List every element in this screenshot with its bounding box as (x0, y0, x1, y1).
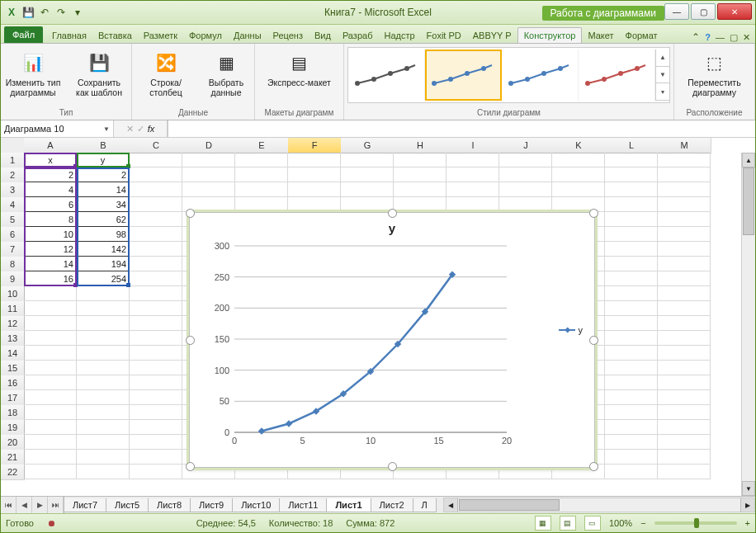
select-data-button[interactable]: ▦ Выбрать данные (201, 47, 252, 100)
tab-home[interactable]: Главная (46, 28, 92, 43)
cell[interactable] (605, 182, 658, 197)
cell[interactable] (130, 346, 182, 361)
cell[interactable] (658, 316, 711, 331)
cell[interactable] (658, 301, 711, 316)
save-icon[interactable]: 💾 (21, 5, 35, 20)
cell[interactable] (447, 197, 499, 212)
formula-input[interactable] (168, 120, 755, 137)
cell[interactable] (605, 465, 658, 479)
cell[interactable]: 8 (24, 212, 77, 227)
cell[interactable] (235, 182, 288, 197)
cell[interactable]: 142 (77, 242, 130, 257)
cell[interactable] (77, 435, 130, 450)
row-header[interactable]: 13 (1, 331, 25, 347)
cell[interactable] (658, 450, 711, 465)
cell[interactable] (130, 390, 182, 405)
cell[interactable] (288, 153, 341, 167)
cell[interactable] (605, 153, 658, 167)
enter-icon[interactable]: ✓ (137, 124, 144, 134)
view-pagebreak-icon[interactable]: ▭ (584, 516, 601, 531)
cell[interactable] (394, 182, 447, 197)
row-header[interactable]: 3 (1, 182, 25, 198)
scroll-right-icon[interactable]: ▶ (740, 498, 754, 512)
cell[interactable] (130, 286, 182, 301)
cell[interactable]: 14 (77, 182, 130, 197)
column-header[interactable]: C (130, 138, 183, 153)
row-header[interactable]: 10 (1, 286, 25, 302)
sheet-tab[interactable]: Лист5 (106, 498, 149, 512)
column-header[interactable]: K (552, 138, 606, 153)
column-header[interactable]: H (394, 138, 447, 153)
cell[interactable] (288, 167, 341, 182)
sheet-tab[interactable]: Лист1 (326, 498, 371, 512)
cell[interactable] (182, 167, 235, 182)
switch-row-column-button[interactable]: 🔀 Строка/столбец (135, 47, 197, 100)
cell[interactable] (24, 316, 77, 331)
cell[interactable] (130, 197, 182, 212)
cell[interactable] (24, 465, 77, 479)
chart-style-3[interactable] (502, 50, 579, 101)
cell[interactable] (341, 182, 394, 197)
maximize-button[interactable]: ▢ (691, 3, 716, 20)
row-header[interactable]: 15 (1, 361, 25, 376)
cell[interactable] (552, 167, 605, 182)
select-all-corner[interactable] (1, 138, 25, 153)
cell[interactable] (130, 167, 182, 182)
worksheet[interactable]: ABCDEFGHIJKLM 12345678910111213141516171… (1, 138, 755, 496)
cell[interactable] (130, 182, 182, 197)
tab-formulas[interactable]: Формул (183, 28, 228, 43)
row-header[interactable]: 9 (1, 271, 25, 287)
sheet-tab[interactable]: Л (413, 498, 437, 512)
cell[interactable]: 98 (77, 227, 130, 242)
row-header[interactable]: 7 (1, 242, 25, 257)
cell[interactable] (605, 286, 658, 301)
row-header[interactable]: 11 (1, 301, 25, 317)
cell[interactable] (77, 286, 130, 301)
cell[interactable] (77, 331, 130, 346)
save-as-template-button[interactable]: 💾 Сохранить как шаблон (68, 47, 130, 100)
cell[interactable] (24, 450, 77, 465)
cell[interactable] (130, 227, 182, 242)
cell[interactable] (605, 435, 658, 450)
scroll-thumb[interactable] (743, 167, 754, 235)
cell[interactable] (605, 346, 658, 361)
cell[interactable]: 12 (24, 242, 77, 257)
redo-icon[interactable]: ↷ (54, 5, 69, 20)
cell[interactable] (24, 361, 77, 375)
cell[interactable] (605, 331, 658, 346)
sheet-nav-last-icon[interactable]: ⏭ (48, 497, 64, 513)
zoom-slider[interactable] (654, 521, 737, 525)
plot-area[interactable]: 05010015020025030005101520 (234, 246, 507, 432)
cell[interactable] (658, 375, 711, 390)
cell[interactable] (605, 212, 658, 227)
cell[interactable] (24, 286, 77, 301)
cell[interactable] (499, 167, 552, 182)
row-header[interactable]: 5 (1, 212, 25, 228)
cell[interactable] (24, 346, 77, 361)
cell[interactable] (605, 242, 658, 257)
sheet-tab[interactable]: Лист9 (190, 498, 233, 512)
column-header[interactable]: E (235, 138, 289, 153)
column-header[interactable]: I (447, 138, 500, 153)
cell[interactable] (341, 153, 394, 167)
cell[interactable] (130, 465, 182, 479)
row-header[interactable]: 1 (1, 153, 25, 168)
column-header[interactable]: G (341, 138, 395, 153)
column-header[interactable]: L (605, 138, 659, 153)
chart-style-4[interactable] (579, 50, 655, 101)
cell[interactable] (341, 197, 394, 212)
cell[interactable] (658, 182, 711, 197)
cell[interactable] (182, 182, 235, 197)
cell[interactable] (130, 316, 182, 331)
quick-layout-button[interactable]: ▤ Экспресс-макет (259, 47, 338, 90)
column-header[interactable]: A (24, 138, 78, 153)
cell[interactable] (499, 153, 552, 167)
cell[interactable]: 2 (24, 167, 77, 182)
chevron-down-icon[interactable]: ▼ (103, 125, 110, 133)
cell[interactable] (24, 405, 77, 420)
cell[interactable] (130, 242, 182, 257)
row-header[interactable]: 21 (1, 450, 25, 465)
cell[interactable] (605, 390, 658, 405)
cell[interactable] (552, 153, 605, 167)
sheet-nav-next-icon[interactable]: ▶ (32, 497, 48, 513)
